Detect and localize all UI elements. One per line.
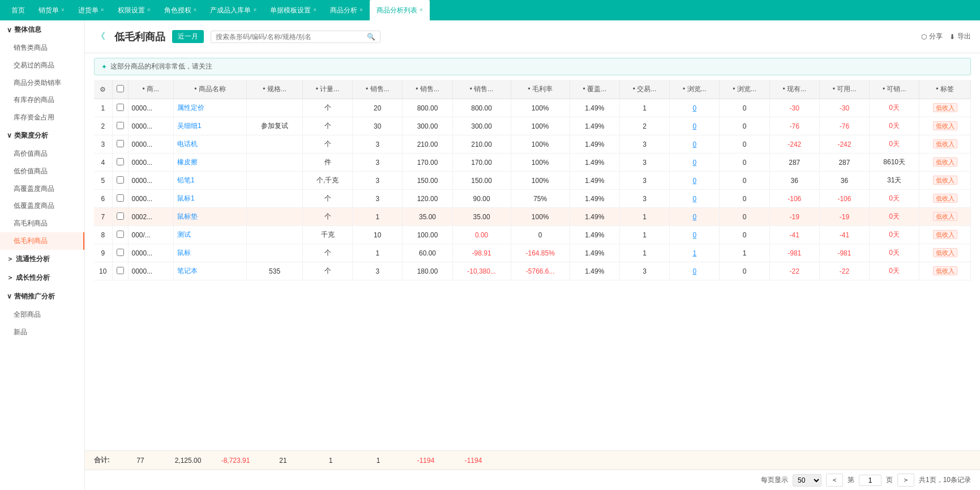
- nav-purchase-order[interactable]: 进货单 ×: [71, 0, 111, 20]
- sidebar-item-low-coverage[interactable]: 低覆盖度商品: [0, 197, 84, 215]
- search-input[interactable]: [216, 33, 365, 41]
- row-checkbox[interactable]: [112, 154, 128, 172]
- col-sales-amount[interactable]: • 销售...: [452, 80, 511, 99]
- col-checkbox[interactable]: [112, 80, 128, 99]
- close-icon[interactable]: ×: [101, 0, 104, 20]
- row-current: 36: [769, 172, 819, 190]
- sidebar-collapse-btn[interactable]: 《: [94, 26, 108, 47]
- close-icon[interactable]: ×: [420, 0, 423, 20]
- row-name[interactable]: 鼠标: [173, 244, 246, 262]
- col-code[interactable]: • 商...: [128, 80, 173, 99]
- prev-page-button[interactable]: ＜: [826, 474, 843, 487]
- col-browse2[interactable]: • 浏览...: [720, 80, 769, 99]
- sidebar-item-high-coverage[interactable]: 高覆盖度商品: [0, 180, 84, 198]
- close-icon[interactable]: ×: [253, 0, 256, 20]
- row-browse1[interactable]: 0: [670, 172, 720, 190]
- col-current[interactable]: • 现有...: [769, 80, 819, 99]
- export-button[interactable]: ⬇ 导出: [949, 32, 971, 41]
- nav-sales-order[interactable]: 销货单 ×: [32, 0, 71, 20]
- row-name[interactable]: 吴细细1: [173, 117, 246, 135]
- page-size-select[interactable]: 50 100 200: [793, 474, 821, 487]
- table-row: 6 0000... 鼠标1 个 3 120.00 90.00 75% 1.49%…: [94, 190, 971, 208]
- sidebar-item-high-value[interactable]: 高价值商品: [0, 145, 84, 163]
- nav-goods-analysis-list[interactable]: 商品分析列表 ×: [370, 0, 430, 20]
- row-browse1[interactable]: 0: [670, 226, 720, 244]
- row-browse1[interactable]: 0: [670, 154, 720, 172]
- table-header-row: ⚙ • 商... • 商品名称 • 规格...: [94, 80, 971, 99]
- close-icon[interactable]: ×: [194, 0, 197, 20]
- close-icon[interactable]: ×: [313, 0, 316, 20]
- sidebar-group-flow[interactable]: ＞ 流通性分析: [0, 250, 84, 269]
- col-tag[interactable]: • 标签: [919, 80, 971, 99]
- sidebar-group-growth[interactable]: ＞ 成长性分析: [0, 269, 84, 287]
- row-name[interactable]: 电话机: [173, 135, 246, 154]
- row-browse1[interactable]: 0: [670, 208, 720, 226]
- row-checkbox[interactable]: [112, 226, 128, 244]
- sidebar-item-high-margin[interactable]: 高毛利商品: [0, 215, 84, 232]
- next-page-button[interactable]: ＞: [897, 474, 914, 487]
- close-icon[interactable]: ×: [61, 0, 65, 20]
- col-unit[interactable]: • 计量...: [302, 80, 352, 99]
- nav-permission[interactable]: 权限设置 ×: [111, 0, 157, 20]
- row-checkbox[interactable]: [112, 190, 128, 208]
- share-button[interactable]: ⬡ 分享: [921, 32, 943, 41]
- row-checkbox[interactable]: [112, 99, 128, 117]
- nav-product-in[interactable]: 产成品入库单 ×: [203, 0, 263, 20]
- select-all-checkbox[interactable]: [117, 85, 124, 92]
- sidebar-item-all-goods[interactable]: 全部商品: [0, 306, 84, 323]
- row-spec: [247, 154, 303, 172]
- sidebar-item-traded-goods[interactable]: 交易过的商品: [0, 57, 84, 74]
- row-checkbox[interactable]: [112, 262, 128, 280]
- nav-goods-analysis[interactable]: 商品分析 ×: [323, 0, 370, 20]
- row-name[interactable]: 橡皮擦: [173, 154, 246, 172]
- nav-template[interactable]: 单据模板设置 ×: [263, 0, 323, 20]
- sidebar-group-overall[interactable]: ∨ 整体信息: [0, 20, 84, 39]
- page-number-input[interactable]: [859, 475, 881, 486]
- col-sales-price[interactable]: • 销售...: [403, 80, 452, 99]
- col-trade[interactable]: • 交易...: [619, 80, 669, 99]
- period-button[interactable]: 近一月: [172, 30, 204, 43]
- sidebar-item-sales-goods[interactable]: 销售类商品: [0, 39, 84, 57]
- sidebar-item-stock-fund[interactable]: 库存资金占用: [0, 109, 84, 126]
- row-checkbox[interactable]: [112, 172, 128, 190]
- sidebar-item-new-goods[interactable]: 新品: [0, 323, 84, 341]
- row-name[interactable]: 鼠标1: [173, 190, 246, 208]
- table-row: 5 0000... 铅笔1 个,千克 3 150.00 150.00 100% …: [94, 172, 971, 190]
- col-spec[interactable]: • 规格...: [247, 80, 303, 99]
- close-icon[interactable]: ×: [147, 0, 151, 20]
- row-name[interactable]: 笔记本: [173, 262, 246, 280]
- nav-home[interactable]: 首页: [5, 0, 32, 20]
- sidebar-group-marketing[interactable]: ∨ 营销推广分析: [0, 287, 84, 306]
- row-browse1[interactable]: 1: [670, 244, 720, 262]
- row-name[interactable]: 属性定价: [173, 99, 246, 117]
- row-checkbox[interactable]: [112, 244, 128, 262]
- sidebar-item-stock-goods[interactable]: 有库存的商品: [0, 91, 84, 109]
- row-checkbox[interactable]: [112, 117, 128, 135]
- close-icon[interactable]: ×: [360, 0, 363, 20]
- col-browse1[interactable]: • 浏览...: [670, 80, 720, 99]
- row-checkbox[interactable]: [112, 208, 128, 226]
- row-name[interactable]: 鼠标垫: [173, 208, 246, 226]
- search-icon[interactable]: 🔍: [367, 33, 375, 41]
- row-browse1[interactable]: 0: [670, 190, 720, 208]
- sidebar-item-low-value[interactable]: 低价值商品: [0, 163, 84, 180]
- row-browse1[interactable]: 0: [670, 117, 720, 135]
- col-settings[interactable]: ⚙: [94, 80, 112, 99]
- col-name[interactable]: • 商品名称: [173, 80, 246, 99]
- col-sellable[interactable]: • 可销...: [870, 80, 919, 99]
- nav-role-auth[interactable]: 角色授权 ×: [157, 0, 204, 20]
- row-available: -242: [819, 135, 869, 154]
- sidebar-item-category-rate[interactable]: 商品分类助销率: [0, 74, 84, 92]
- col-sales-count[interactable]: • 销售...: [353, 80, 403, 99]
- col-available[interactable]: • 可用...: [819, 80, 869, 99]
- row-browse1[interactable]: 0: [670, 262, 720, 280]
- row-name[interactable]: 测试: [173, 226, 246, 244]
- sidebar-group-cluster[interactable]: ∨ 类聚度分析: [0, 126, 84, 145]
- col-coverage[interactable]: • 覆盖...: [570, 80, 619, 99]
- row-checkbox[interactable]: [112, 135, 128, 154]
- sidebar-item-low-margin[interactable]: 低毛利商品: [0, 232, 84, 250]
- col-gross-margin[interactable]: • 毛利率: [511, 80, 570, 99]
- row-name[interactable]: 铅笔1: [173, 172, 246, 190]
- row-browse1[interactable]: 0: [670, 135, 720, 154]
- row-browse1[interactable]: 0: [670, 99, 720, 117]
